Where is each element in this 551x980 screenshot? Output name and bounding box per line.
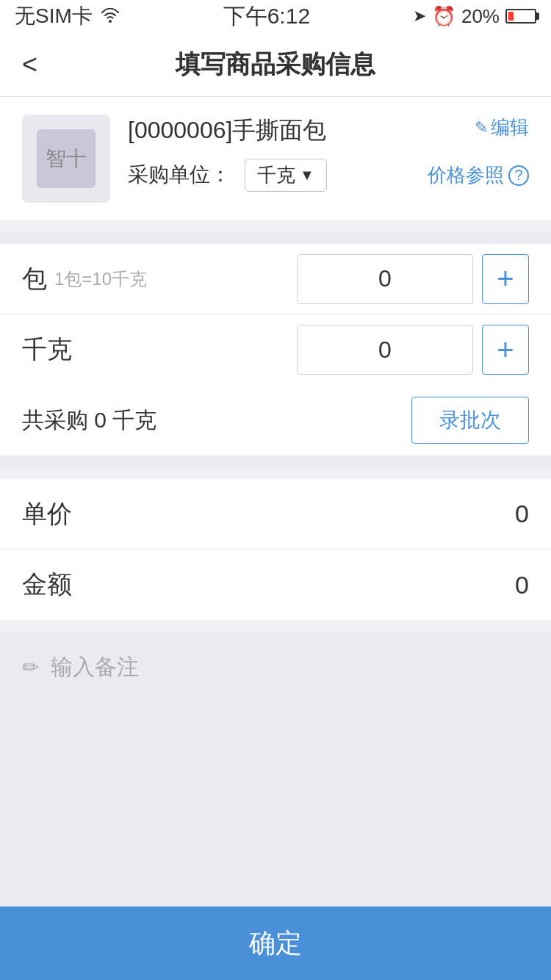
summary-row: 共采购 0 千克 录批次 <box>0 385 551 455</box>
unit-price-row: 单价 0 <box>0 479 551 550</box>
product-header: [0000006]手撕面包 ✎ 编辑 <box>128 115 529 147</box>
product-image: 智十 <box>22 115 110 203</box>
pencil-icon: ✏ <box>22 655 39 680</box>
unit-price-label: 单价 <box>22 497 72 531</box>
kg-label: 千克 <box>22 333 72 367</box>
notes-section[interactable]: ✏ 输入备注 <box>0 632 551 703</box>
status-bar: 无SIM卡 下午6:12 ➤ ⏰ 20% <box>0 0 551 32</box>
product-name: [0000006]手撕面包 <box>128 115 326 147</box>
bag-plus-button[interactable]: + <box>482 254 529 304</box>
unit-select[interactable]: 千克 ▼ <box>245 159 327 192</box>
kg-input-row: 千克 + <box>0 314 551 385</box>
amount-value: 0 <box>515 571 529 599</box>
confirm-button[interactable]: 确定 <box>0 907 551 980</box>
bag-input-row: 包 1包=10千克 + <box>0 244 551 314</box>
location-icon: ➤ <box>413 7 426 26</box>
page-title: 填写商品采购信息 <box>176 48 375 82</box>
product-info: [0000006]手撕面包 ✎ 编辑 采购单位： 千克 ▼ 价格参照 ? <box>128 115 529 192</box>
kg-input[interactable] <box>297 325 473 375</box>
notes-placeholder: 输入备注 <box>51 652 139 682</box>
info-icon: ? <box>508 165 529 186</box>
product-section: 智十 [0000006]手撕面包 ✎ 编辑 采购单位： 千克 ▼ 价格参照 ? <box>0 97 551 220</box>
section-divider-2 <box>0 455 551 467</box>
unit-label-row: 采购单位： 千克 ▼ <box>128 159 327 192</box>
info-section: 单价 0 金额 0 <box>0 479 551 620</box>
nav-bar: < 填写商品采购信息 <box>0 32 551 97</box>
status-time: 下午6:12 <box>223 1 310 32</box>
wifi-icon <box>100 4 120 28</box>
battery-icon <box>505 9 536 24</box>
edit-button[interactable]: ✎ 编辑 <box>475 115 529 140</box>
back-button[interactable]: < <box>22 49 37 80</box>
batch-button[interactable]: 录批次 <box>411 397 529 444</box>
price-ref-button[interactable]: 价格参照 ? <box>428 162 529 188</box>
section-divider-1 <box>0 232 551 244</box>
product-unit-row: 采购单位： 千克 ▼ 价格参照 ? <box>128 159 529 192</box>
summary-text: 共采购 0 千克 <box>22 406 156 436</box>
amount-label: 金额 <box>22 568 72 602</box>
product-logo: 智十 <box>37 129 96 188</box>
status-right: ➤ ⏰ 20% <box>413 5 536 28</box>
carrier-label: 无SIM卡 <box>15 2 93 30</box>
bag-sublabel: 1包=10千克 <box>54 267 147 291</box>
alarm-icon: ⏰ <box>432 5 455 28</box>
chevron-down-icon: ▼ <box>300 167 314 184</box>
battery-percent: 20% <box>461 5 500 28</box>
unit-price-value: 0 <box>515 500 529 528</box>
bag-input[interactable] <box>297 254 473 304</box>
bag-label: 包 <box>22 262 47 296</box>
status-left: 无SIM卡 <box>15 2 120 30</box>
amount-row: 金额 0 <box>0 550 551 620</box>
kg-plus-button[interactable]: + <box>482 325 529 375</box>
input-section: 包 1包=10千克 + 千克 + <box>0 244 551 385</box>
